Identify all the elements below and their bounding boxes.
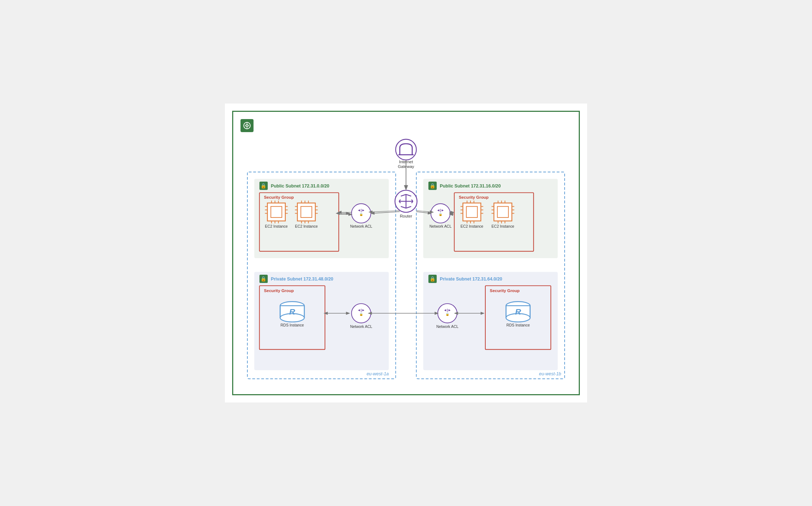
svg-text:🔒: 🔒 [359, 212, 363, 216]
svg-text:R: R [289, 307, 296, 316]
main-diagram-svg: 🔒 Public Subnet 172.31.0.0/20 Security G… [240, 138, 572, 386]
svg-text:Security Group: Security Group [459, 195, 489, 199]
svg-text:EC2 Instance: EC2 Instance [460, 224, 483, 228]
svg-text:🔒: 🔒 [260, 183, 267, 189]
left-public-subnet-title: Public Subnet 172.31.0.0/20 [271, 184, 330, 189]
svg-text:Security Group: Security Group [490, 288, 519, 292]
svg-text:Router: Router [400, 214, 412, 218]
svg-text:Private Subnet 172.31.48.0/20: Private Subnet 172.31.48.0/20 [271, 277, 334, 282]
svg-rect-85 [254, 272, 389, 370]
svg-text:◄|►: ◄|► [436, 208, 444, 212]
svg-point-123 [395, 139, 416, 160]
svg-text:EC2 Instance: EC2 Instance [295, 224, 318, 228]
left-pub-sg-label: Security Group [264, 195, 294, 199]
vpc-box: 🔒 Public Subnet 172.31.0.0/20 Security G… [232, 111, 580, 396]
svg-text:Network ACL: Network ACL [350, 224, 372, 228]
diagram-container: 🔒 Public Subnet 172.31.0.0/20 Security G… [225, 104, 587, 403]
svg-rect-9 [271, 206, 282, 217]
svg-text:Network ACL: Network ACL [430, 224, 452, 228]
svg-text:🔒: 🔒 [439, 212, 443, 216]
svg-text:🔒: 🔒 [359, 312, 363, 316]
svg-rect-24 [301, 206, 312, 217]
svg-text:🔒: 🔒 [445, 312, 449, 316]
svg-text:🔒: 🔒 [430, 276, 436, 282]
svg-text:RDS Instance: RDS Instance [506, 323, 530, 327]
svg-text:🔒: 🔒 [430, 183, 436, 189]
svg-text:◄|►: ◄|► [357, 308, 365, 312]
svg-text:🔒: 🔒 [260, 276, 267, 282]
svg-text:◄|►: ◄|► [357, 208, 365, 212]
vpc-icon [240, 119, 254, 132]
svg-text:Private Subnet 172.31.64.0/20: Private Subnet 172.31.64.0/20 [440, 277, 502, 282]
svg-text:eu-west-1b: eu-west-1b [539, 371, 561, 376]
svg-text:R: R [515, 307, 521, 316]
svg-text:Public Subnet 172.31.16.0/20: Public Subnet 172.31.16.0/20 [440, 184, 501, 189]
svg-rect-65 [497, 206, 508, 217]
svg-text:eu-west-1a: eu-west-1a [367, 371, 389, 376]
svg-text:EC2 Instance: EC2 Instance [491, 224, 514, 228]
vpc-header [240, 119, 572, 132]
svg-rect-50 [466, 206, 477, 217]
svg-text:Network ACL: Network ACL [436, 324, 459, 328]
svg-text:◄|►: ◄|► [444, 308, 452, 312]
svg-text:RDS Instance: RDS Instance [281, 323, 304, 327]
svg-text:Security Group: Security Group [264, 288, 294, 292]
svg-text:EC2 Instance: EC2 Instance [265, 224, 288, 228]
svg-text:Network ACL: Network ACL [350, 324, 372, 328]
